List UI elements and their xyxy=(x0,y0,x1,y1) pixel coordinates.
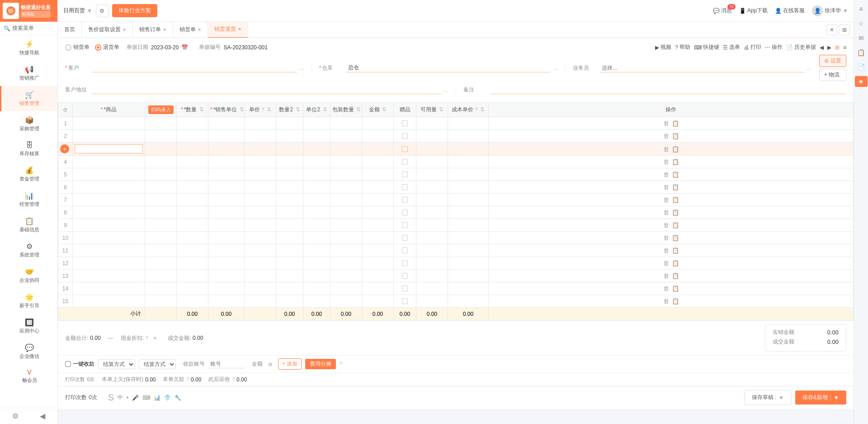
gift-checkbox[interactable] xyxy=(402,273,408,279)
product-cell[interactable] xyxy=(73,130,145,143)
delete-icon[interactable]: 🗑 xyxy=(663,260,669,267)
delete-icon[interactable]: 🗑 xyxy=(663,272,669,279)
right-panel-btn-6[interactable]: ★ xyxy=(855,76,868,87)
copy-icon[interactable]: 📋 xyxy=(672,146,679,152)
copy-icon[interactable]: 📋 xyxy=(672,260,679,267)
copy-icon[interactable]: 📋 xyxy=(672,247,679,254)
unit2-cell[interactable] xyxy=(303,117,330,130)
select-order-btn[interactable]: ☰ 选单 xyxy=(723,43,740,51)
receivable-help-icon[interactable]: ? xyxy=(232,377,235,382)
topbar-settings-button[interactable]: ⚙ xyxy=(96,5,108,17)
copy-icon[interactable]: 📋 xyxy=(672,120,679,127)
gift-checkbox[interactable] xyxy=(402,210,408,215)
next-record-btn[interactable]: ▶ xyxy=(827,44,831,51)
gift-checkbox[interactable] xyxy=(402,172,408,177)
sidebar-collapse-icon[interactable]: ◀ xyxy=(40,412,45,420)
fee-help-icon[interactable]: ? xyxy=(340,362,342,367)
tab-sales-order[interactable]: 销售订单 ✕ xyxy=(133,22,173,38)
delete-icon[interactable]: 🗑 xyxy=(663,234,669,241)
copy-icon[interactable]: 📋 xyxy=(672,158,679,165)
sidebar-item-marketing[interactable]: 📢 营销推广 xyxy=(0,61,57,86)
tab-close-icon[interactable]: ✕ xyxy=(198,27,201,32)
gift-checkbox[interactable] xyxy=(402,120,408,126)
sort-icon[interactable]: ⇅ xyxy=(323,106,327,113)
save-draft-button[interactable]: 保存草稿 ▼ xyxy=(744,390,792,405)
remark-input[interactable] xyxy=(491,86,847,94)
tab-sales-delivery[interactable]: 销货单 ✕ xyxy=(173,22,208,38)
settings-button[interactable]: ⚙ 设置 xyxy=(819,55,846,67)
right-panel-btn-1[interactable]: ≡ xyxy=(855,4,868,14)
list-view-btn[interactable]: ≡ xyxy=(843,44,846,51)
delete-icon[interactable]: 🗑 xyxy=(663,222,669,229)
copy-icon[interactable]: 📋 xyxy=(672,234,679,241)
sidebar-item-enterprise[interactable]: 🤝 企业协同 xyxy=(0,263,57,288)
owe-help-icon[interactable]: ? xyxy=(186,377,189,382)
print-btn[interactable]: 🖨 打印 xyxy=(744,43,761,51)
online-service-button[interactable]: 👤 在线客服 xyxy=(775,7,805,14)
account-input[interactable] xyxy=(208,360,245,368)
grid-view-btn[interactable]: ⊞ xyxy=(835,44,840,51)
logistics-button[interactable]: + 物流 xyxy=(819,69,846,81)
user-menu[interactable]: 👤 徐泽华 ▼ xyxy=(812,5,848,16)
gift-checkbox[interactable] xyxy=(402,184,408,190)
sidebar-item-shortcut[interactable]: ⚡ 快捷导航 xyxy=(0,35,57,61)
sidebar-item-sales[interactable]: 🛒 销售管理 xyxy=(0,86,57,111)
tab-close-all-button[interactable]: ✕ xyxy=(826,24,837,35)
pack-qty-cell[interactable] xyxy=(330,130,362,143)
fee-split-button[interactable]: 费用分摊 xyxy=(305,359,336,369)
address-more-icon[interactable]: … xyxy=(443,87,448,93)
product-cell-active[interactable] xyxy=(73,143,145,156)
sidebar-item-basic[interactable]: 📋 基础信息 xyxy=(0,212,57,238)
unit2-cell[interactable] xyxy=(303,143,330,156)
delete-icon[interactable]: 🗑 xyxy=(663,196,669,203)
sidebar-item-member[interactable]: V 畅会员 xyxy=(0,364,57,388)
gift-checkbox[interactable] xyxy=(402,197,408,203)
sidebar-item-system[interactable]: ⚙ 系统管理 xyxy=(0,238,57,263)
sidebar-item-inventory[interactable]: 🗄 库存核算 xyxy=(0,137,57,162)
delete-icon[interactable]: 🗑 xyxy=(663,298,669,305)
sidebar-item-operation[interactable]: 📊 经营管理 xyxy=(0,187,57,212)
gift-checkbox[interactable] xyxy=(402,286,408,291)
shortcut-btn[interactable]: ⌨ 快捷键 xyxy=(694,43,719,51)
copy-icon[interactable]: 📋 xyxy=(672,196,679,203)
right-panel-btn-4[interactable]: 📋 xyxy=(855,47,868,58)
sales-unit-cell[interactable] xyxy=(208,130,245,143)
copy-icon[interactable]: 📋 xyxy=(672,298,679,305)
unit-price-cell[interactable] xyxy=(245,143,276,156)
warehouse-input[interactable] xyxy=(346,64,551,72)
delete-icon[interactable]: 🗑 xyxy=(663,171,669,178)
sort-icon[interactable]: ⇅ xyxy=(480,106,485,113)
quantity2-cell[interactable] xyxy=(276,117,303,130)
tab-close-icon[interactable]: ✕ xyxy=(238,27,241,32)
account-select[interactable]: 结算方式 xyxy=(139,359,176,369)
quantity2-cell[interactable] xyxy=(276,143,303,156)
delete-icon[interactable]: 🗑 xyxy=(663,247,669,254)
sort-icon[interactable]: ⇅ xyxy=(356,106,361,113)
add-row-button[interactable]: + xyxy=(60,144,69,153)
gift-checkbox[interactable] xyxy=(402,222,408,228)
delete-icon[interactable]: 🗑 xyxy=(663,158,669,165)
product-input[interactable] xyxy=(75,144,143,153)
tab-sales-return[interactable]: 销货退货 ✕ xyxy=(208,22,248,38)
tab-home[interactable]: 首页 xyxy=(58,22,82,38)
one-click-payment-checkbox[interactable]: 一键收款 xyxy=(65,360,94,368)
quantity-cell[interactable] xyxy=(177,143,208,156)
one-click-checkbox-input[interactable] xyxy=(65,361,71,367)
sort-icon[interactable]: ⇅ xyxy=(240,106,244,113)
unit2-cell[interactable] xyxy=(303,130,330,143)
app-download-button[interactable]: 📱 App下载 xyxy=(739,7,768,14)
topbar-nav-select[interactable]: 日用百货 ▼ xyxy=(63,7,92,14)
operation-btn[interactable]: ⋯ 操作 xyxy=(765,43,783,51)
copy-icon[interactable]: 📋 xyxy=(672,272,679,279)
gift-checkbox[interactable] xyxy=(402,133,408,139)
save-draft-dropdown-icon[interactable]: ▼ xyxy=(775,395,784,401)
copy-icon[interactable]: 📋 xyxy=(672,209,679,216)
gift-checkbox[interactable] xyxy=(402,159,408,165)
right-panel-btn-5[interactable]: 📄 xyxy=(855,62,868,72)
scan-input-button[interactable]: 扫码录入 xyxy=(148,105,174,114)
staff-more-icon[interactable]: … xyxy=(807,65,812,71)
delete-icon[interactable]: 🗑 xyxy=(663,133,669,139)
right-panel-btn-2[interactable]: ☆ xyxy=(855,18,868,29)
history-btn[interactable]: 📄 历史单据 xyxy=(786,43,816,51)
gift-checkbox[interactable] xyxy=(402,235,408,241)
